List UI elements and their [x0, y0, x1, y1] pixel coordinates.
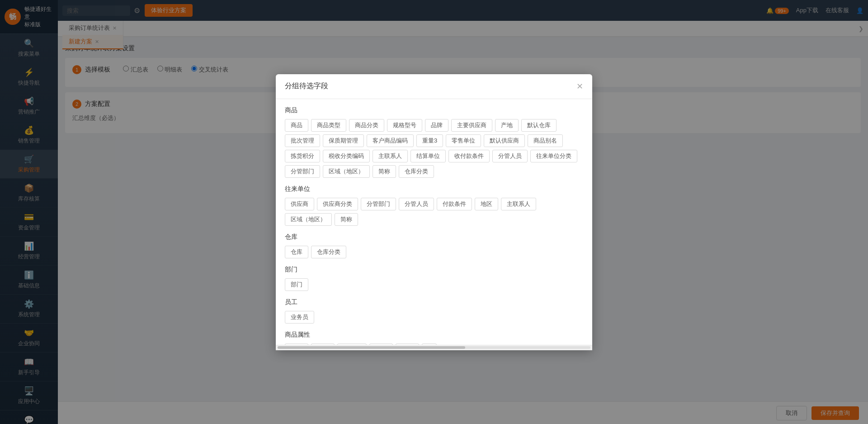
field-tag-往来单位分类[interactable]: 往来单位分类	[530, 150, 577, 162]
field-tag-规格型号[interactable]: 规格型号	[387, 119, 422, 132]
hscroll-thumb	[278, 346, 465, 349]
field-tag-区域（地区）[interactable]: 区域（地区）	[285, 213, 332, 226]
field-tag-分管人员[interactable]: 分管人员	[399, 198, 434, 210]
modal-title: 分组待选字段	[285, 81, 328, 91]
field-tag-付款条件[interactable]: 付款条件	[437, 198, 472, 210]
field-tag-仓库分类[interactable]: 仓库分类	[311, 246, 346, 258]
field-tag-简称[interactable]: 简称	[335, 213, 358, 226]
field-tag-默认供应商[interactable]: 默认供应商	[484, 134, 525, 147]
modal-close-icon[interactable]: ✕	[576, 81, 583, 91]
field-tag-商品[interactable]: 商品	[285, 119, 308, 132]
field-tag-部门[interactable]: 部门	[285, 278, 308, 291]
modal-body[interactable]: 商品商品商品类型商品分类规格型号品牌主要供应商产地默认仓库批次管理保质期管理客户…	[276, 99, 592, 345]
field-tag-业务员[interactable]: 业务员	[285, 311, 314, 324]
field-section-title-department: 部门	[285, 266, 583, 274]
field-tag-分管人员[interactable]: 分管人员	[492, 150, 528, 162]
field-tag-供应商分类[interactable]: 供应商分类	[317, 198, 358, 210]
field-section-title-warehouse: 仓库	[285, 233, 583, 241]
hscroll-track	[278, 346, 590, 349]
field-section-title-partner: 往来单位	[285, 185, 583, 193]
field-section-employee: 员工业务员	[285, 298, 583, 324]
field-tag-主联系人[interactable]: 主联系人	[501, 198, 536, 210]
field-section-warehouse: 仓库仓库仓库分类	[285, 233, 583, 258]
field-tag-保质期管理[interactable]: 保质期管理	[323, 134, 364, 147]
field-section-title-employee: 员工	[285, 298, 583, 306]
field-tag-商品类型[interactable]: 商品类型	[311, 119, 346, 132]
modal-header: 分组待选字段 ✕	[276, 74, 592, 99]
field-section-attribute: 商品属性属性颜色多规格尺码鞋码1	[285, 331, 583, 345]
field-tag-拣货积分[interactable]: 拣货积分	[285, 150, 320, 162]
field-tag-品牌[interactable]: 品牌	[425, 119, 448, 132]
field-tag-仓库分类[interactable]: 仓库分类	[399, 165, 434, 178]
field-section-title-attribute: 商品属性	[285, 331, 583, 339]
field-section-title-product: 商品	[285, 106, 583, 114]
field-tag-主联系人[interactable]: 主联系人	[373, 150, 408, 162]
field-tag-零售单位[interactable]: 零售单位	[446, 134, 481, 147]
field-tag-仓库[interactable]: 仓库	[285, 246, 308, 258]
field-tag-分管部门[interactable]: 分管部门	[285, 165, 320, 178]
field-tag-结算单位[interactable]: 结算单位	[410, 150, 446, 162]
field-tag-默认仓库[interactable]: 默认仓库	[521, 119, 557, 132]
field-tag-重量3[interactable]: 重量3	[416, 134, 443, 147]
field-section-department: 部门部门	[285, 266, 583, 291]
field-tag-简称[interactable]: 简称	[373, 165, 396, 178]
field-tag-商品分类[interactable]: 商品分类	[349, 119, 384, 132]
field-tag-批次管理[interactable]: 批次管理	[285, 134, 320, 147]
field-section-partner: 往来单位供应商供应商分类分管部门分管人员付款条件地区主联系人区域（地区）简称	[285, 185, 583, 226]
field-tag-产地[interactable]: 产地	[495, 119, 519, 132]
field-tag-税收分类编码[interactable]: 税收分类编码	[323, 150, 370, 162]
field-selection-modal: 分组待选字段 ✕ 商品商品商品类型商品分类规格型号品牌主要供应商产地默认仓库批次…	[276, 74, 592, 350]
field-tag-客户商品编码[interactable]: 客户商品编码	[367, 134, 414, 147]
field-tag-分管部门[interactable]: 分管部门	[361, 198, 396, 210]
modal-horizontal-scrollbar[interactable]	[276, 345, 592, 350]
field-tag-区域（地区）[interactable]: 区域（地区）	[323, 165, 370, 178]
field-tag-主要供应商[interactable]: 主要供应商	[451, 119, 492, 132]
field-tag-供应商[interactable]: 供应商	[285, 198, 314, 210]
field-section-product: 商品商品商品类型商品分类规格型号品牌主要供应商产地默认仓库批次管理保质期管理客户…	[285, 106, 583, 178]
field-tag-商品别名[interactable]: 商品别名	[528, 134, 563, 147]
field-tag-地区[interactable]: 地区	[475, 198, 498, 210]
field-tag-收付款条件[interactable]: 收付款条件	[448, 150, 490, 162]
